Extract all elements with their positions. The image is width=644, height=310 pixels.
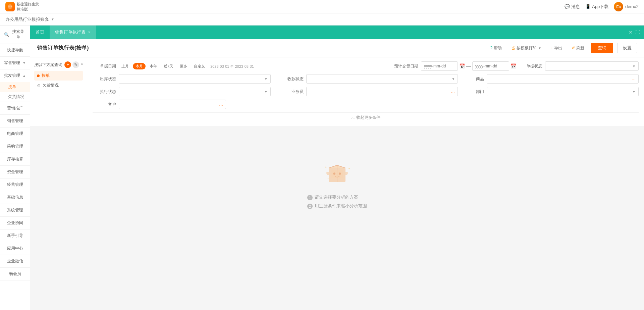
active-dot-icon: [37, 74, 40, 77]
dropdown-bar-title[interactable]: 办公用品行业模拟账套 ▼: [5, 16, 54, 22]
time-icon: ⏱: [37, 84, 41, 88]
download-icon: 📱: [585, 4, 591, 9]
collapse-up-icon: ︿: [351, 115, 355, 120]
filter-left-title: 按以下方案查询 + ✎ «: [34, 61, 83, 68]
predicted-date-label: 预计交货日期: [388, 63, 418, 69]
date-tag-more[interactable]: 更多: [177, 63, 190, 69]
sidebar-subitem-按单[interactable]: 按单: [0, 82, 30, 92]
tab-close-icon[interactable]: ×: [88, 30, 91, 35]
top-header: 畅捷通好生意 标准版 💬 消息 📱 App下载 Ea demo2: [0, 0, 644, 13]
customer-field[interactable]: …: [119, 100, 226, 109]
window-close-icon[interactable]: ✕: [629, 30, 633, 35]
sidebar-item-wholesale[interactable]: 批发管理 ▲: [0, 69, 30, 82]
salesman-label: 业务员: [273, 89, 304, 95]
refresh-button[interactable]: ↺ 刷新: [569, 44, 587, 52]
logo-area: 畅捷通好生意 标准版: [5, 2, 39, 11]
print-icon: 🖨: [511, 46, 515, 50]
sidebar-item-operations[interactable]: 经营管理: [0, 178, 30, 191]
calendar-end-icon: 📅: [511, 63, 516, 69]
sidebar-subitem-欠货情况[interactable]: 欠货情况: [0, 92, 30, 102]
receipt-select[interactable]: ▼: [306, 74, 458, 84]
sidebar: 🔍 搜索菜单 快捷导航 零售管理 ▼ 批发管理 ▲ 按单 欠货情况 营销推广 销…: [0, 25, 30, 310]
sidebar-item-marketing[interactable]: 营销推广: [0, 102, 30, 115]
collapse-filter-button[interactable]: ︿ 收起更多条件: [93, 112, 639, 122]
svg-point-5: [339, 172, 341, 175]
predicted-date-end[interactable]: [472, 61, 509, 71]
predicted-date-start[interactable]: [421, 61, 458, 71]
filter-row-2: 出库状态 ▼ 收款状态 ▼ 商品 …: [93, 74, 639, 84]
date-tag-current-month[interactable]: 本月: [133, 63, 146, 69]
tab-home[interactable]: 首页: [30, 25, 50, 39]
user-area[interactable]: Ea demo2: [614, 2, 639, 11]
date-tag-custom[interactable]: 自定义: [191, 63, 208, 69]
sidebar-item-member[interactable]: 畅会员: [0, 268, 30, 280]
sidebar-item-enterprise[interactable]: 企业协同: [0, 217, 30, 229]
warehouse-select[interactable]: ▼: [119, 74, 271, 84]
print-button[interactable]: 🖨 按模板打印 ▼: [508, 44, 544, 52]
customer-label: 客户: [93, 102, 116, 107]
export-button[interactable]: ↓ 导出: [548, 44, 565, 52]
header-right: 💬 消息 📱 App下载 Ea demo2: [565, 2, 639, 11]
sidebar-item-inventory[interactable]: 库存核算: [0, 153, 30, 166]
empty-state: ✦ ✦ ✦ 请先选择要分析的方案 用过滤条件来缩小分析范围: [30, 126, 644, 237]
filter-row-1: 单据日期 上月 本月 本年 近7天 更多 自定义 2023-03-01 至 20…: [93, 61, 639, 71]
logo-text: 畅捷通好生意 标准版: [17, 2, 39, 11]
scheme-item-single[interactable]: 按单: [34, 71, 83, 81]
dept-select[interactable]: ▼: [487, 87, 639, 96]
message-button[interactable]: 💬 消息: [565, 4, 580, 10]
page-header: 销售订单执行表(按单) ? 帮助 🖨 按模板打印 ▼ ↓ 导出: [30, 39, 644, 57]
empty-tip-2: 用过滤条件来缩小分析范围: [307, 202, 367, 210]
edit-scheme-button[interactable]: ✎: [72, 61, 79, 68]
empty-tips-list: 请先选择要分析的方案 用过滤条件来缩小分析范围: [307, 193, 367, 210]
exec-label: 执行状态: [93, 89, 116, 95]
date-tags: 上月 本月 本年 近7天 更多 自定义: [119, 63, 208, 69]
date-tag-current-year[interactable]: 本年: [147, 63, 160, 69]
date-tag-prev-month[interactable]: 上月: [119, 63, 131, 69]
goods-label: 商品: [461, 76, 484, 82]
sidebar-item-newuser[interactable]: 新手引导: [0, 229, 30, 242]
customer-more-icon: …: [219, 102, 223, 107]
filter-row-4: 客户 …: [93, 100, 639, 109]
sidebar-quick-nav[interactable]: 快捷导航: [0, 44, 30, 57]
sidebar-item-finance[interactable]: 资金管理: [0, 166, 30, 178]
message-icon: 💬: [565, 4, 570, 9]
avatar: Ea: [614, 2, 623, 11]
sidebar-item-purchase[interactable]: 采购管理: [0, 140, 30, 153]
exec-select[interactable]: ▼: [119, 87, 271, 96]
sidebar-item-basic[interactable]: 基础信息: [0, 191, 30, 204]
help-button[interactable]: ? 帮助: [487, 44, 504, 52]
sidebar-item-sales[interactable]: 销售管理: [0, 115, 30, 127]
tabs-bar: 首页 销售订单执行表 × ✕ ⛶: [30, 25, 644, 39]
date-tag-7days[interactable]: 近7天: [161, 63, 176, 69]
add-scheme-button[interactable]: +: [64, 61, 71, 68]
salesman-more-icon: …: [451, 89, 455, 94]
sidebar-item-retail[interactable]: 零售管理 ▼: [0, 57, 30, 69]
date-label: 单据日期: [93, 63, 116, 69]
sidebar-item-wechat[interactable]: 企业微信: [0, 255, 30, 268]
status-select[interactable]: ▼: [545, 61, 639, 71]
receipt-chevron-icon: ▼: [451, 77, 455, 81]
status-chevron-icon: ▼: [632, 64, 636, 68]
help-icon: ?: [490, 46, 492, 50]
tab-active[interactable]: 销售订单执行表 ×: [50, 25, 96, 39]
date-range-wrap: 2023-03-01 至 2023-03-31: [210, 63, 385, 69]
sidebar-item-system[interactable]: 系统管理: [0, 204, 30, 217]
scheme-item-shortage[interactable]: ⏱ 欠货情况: [34, 81, 83, 90]
print-chevron-icon: ▼: [538, 46, 541, 50]
goods-field[interactable]: …: [487, 74, 639, 84]
settings-button[interactable]: 设置: [617, 43, 637, 53]
salesman-field[interactable]: …: [306, 87, 458, 96]
receipt-label: 收款状态: [273, 76, 304, 82]
app-logo-icon: [5, 2, 15, 11]
collapse-panel-button[interactable]: «: [80, 61, 83, 68]
main-layout: 🔍 搜索菜单 快捷导航 零售管理 ▼ 批发管理 ▲ 按单 欠货情况 营销推广 销…: [0, 25, 644, 310]
window-maximize-icon[interactable]: ⛶: [635, 30, 640, 35]
sidebar-search[interactable]: 🔍 搜索菜单: [0, 25, 30, 44]
sidebar-item-appcenter[interactable]: 应用中心: [0, 242, 30, 255]
query-button[interactable]: 查询: [591, 43, 613, 53]
page-title: 销售订单执行表(按单): [37, 45, 89, 52]
sidebar-item-ecommerce[interactable]: 电商管理: [0, 127, 30, 140]
date-sep: —: [466, 63, 471, 69]
app-download-button[interactable]: 📱 App下载: [585, 4, 608, 10]
status-label: 单据状态: [519, 63, 542, 69]
